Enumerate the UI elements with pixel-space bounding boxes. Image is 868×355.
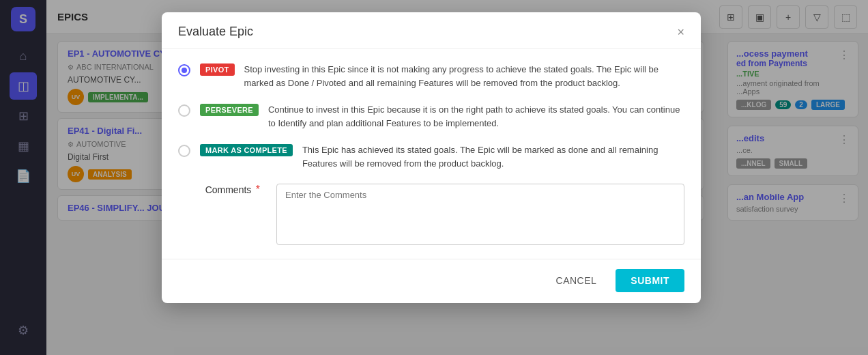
modal-body: PIVOT Stop investing in this Epic since … <box>162 49 701 259</box>
radio-complete-wrapper[interactable] <box>178 145 190 157</box>
pivot-tag: PIVOT <box>200 63 235 76</box>
modal-footer: CANCEL SUBMIT <box>162 259 701 303</box>
option-complete-row: MARK AS COMPLETE This Epic has achieved … <box>178 143 684 170</box>
modal-header: Evaluate Epic × <box>162 12 701 49</box>
persevere-text: Continue to invest in this Epic because … <box>268 103 684 130</box>
submit-button[interactable]: SUBMIT <box>616 269 684 292</box>
radio-complete[interactable] <box>178 145 190 157</box>
persevere-tag: PERSEVERE <box>200 104 259 116</box>
comments-section: Comments * <box>178 184 684 245</box>
option-pivot-row: PIVOT Stop investing in this Epic since … <box>178 63 684 89</box>
radio-persevere[interactable] <box>178 104 190 117</box>
option-persevere-row: PERSEVERE Continue to invest in this Epi… <box>178 103 684 130</box>
cancel-button[interactable]: CANCEL <box>545 269 608 292</box>
pivot-text: Stop investing in this Epic since it is … <box>244 63 684 89</box>
radio-pivot[interactable] <box>178 64 190 76</box>
complete-text: This Epic has achieved its stated goals.… <box>302 143 684 170</box>
modal-title: Evaluate Epic <box>178 25 253 39</box>
comments-required-star: * <box>252 184 260 195</box>
radio-persevere-wrapper[interactable] <box>178 104 190 117</box>
evaluate-epic-modal: Evaluate Epic × PIVOT Stop investing in … <box>162 12 701 303</box>
comments-textarea[interactable] <box>276 184 684 245</box>
radio-pivot-wrapper[interactable] <box>178 64 190 76</box>
complete-tag: MARK AS COMPLETE <box>200 144 293 156</box>
comments-label: Comments <box>205 179 252 195</box>
modal-close-button[interactable]: × <box>677 26 684 38</box>
